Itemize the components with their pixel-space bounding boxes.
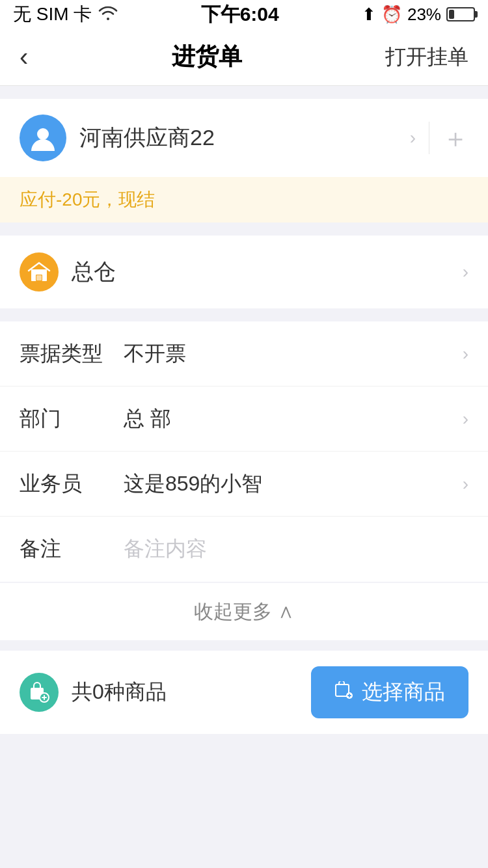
invoice-type-row[interactable]: 票据类型 不开票 › — [0, 321, 488, 387]
top-divider — [0, 86, 488, 99]
status-bar: 无 SIM 卡 下午6:04 ⬆ ⏰ 23% — [0, 0, 488, 29]
alert-banner: 应付-20元，现结 — [0, 177, 488, 223]
product-count: 共0种商品 — [72, 678, 298, 707]
status-left: 无 SIM 卡 — [13, 2, 118, 27]
svg-point-0 — [37, 128, 49, 140]
warehouse-row[interactable]: 总仓 › — [0, 236, 488, 308]
invoice-type-label: 票据类型 — [20, 340, 124, 368]
remark-label: 备注 — [20, 535, 124, 563]
supplier-card: 河南供应商22 › ＋ 应付-20元，现结 — [0, 99, 488, 223]
department-row[interactable]: 部门 总 部 › — [0, 387, 488, 452]
alert-text: 应付-20元，现结 — [20, 189, 155, 210]
select-product-icon — [334, 681, 354, 704]
supplier-row[interactable]: 河南供应商22 › ＋ — [0, 99, 488, 177]
warehouse-name: 总仓 — [72, 257, 463, 287]
open-pending-button[interactable]: 打开挂单 — [385, 43, 468, 72]
salesperson-row[interactable]: 业务员 这是859的小智 › — [0, 452, 488, 517]
location-icon: ⬆ — [362, 5, 376, 25]
warehouse-chevron-icon: › — [463, 262, 468, 282]
avatar — [20, 115, 66, 161]
salesperson-label: 业务员 — [20, 470, 124, 498]
wifi-icon — [98, 4, 118, 25]
select-product-label: 选择商品 — [362, 678, 445, 707]
back-button[interactable]: ‹ — [20, 42, 28, 72]
invoice-type-chevron-icon: › — [463, 344, 468, 364]
supplier-chevron-icon: › — [410, 128, 416, 148]
page-title: 进货单 — [172, 41, 242, 73]
salesperson-value: 这是859的小智 — [124, 470, 463, 498]
supplier-name: 河南供应商22 — [79, 123, 410, 153]
select-product-button[interactable]: 选择商品 — [311, 666, 468, 718]
remark-row[interactable]: 备注 备注内容 — [0, 517, 488, 582]
product-icon — [20, 673, 59, 712]
collapse-bar: 收起更多 ∧ — [0, 583, 488, 640]
carrier-text: 无 SIM 卡 — [13, 2, 92, 27]
warehouse-icon — [20, 252, 59, 292]
department-chevron-icon: › — [463, 409, 468, 429]
nav-bar: ‹ 进货单 打开挂单 — [0, 29, 488, 86]
add-button[interactable]: ＋ — [442, 120, 468, 156]
department-label: 部门 — [20, 405, 124, 433]
svg-rect-3 — [36, 275, 42, 280]
divider — [429, 122, 429, 154]
collapse-button[interactable]: 收起更多 ∧ — [194, 599, 293, 625]
battery-icon — [446, 7, 475, 21]
form-card: 票据类型 不开票 › 部门 总 部 › 业务员 这是859的小智 › 备注 备注… — [0, 321, 488, 582]
alarm-icon: ⏰ — [381, 5, 402, 25]
battery-text: 23% — [407, 5, 441, 25]
department-value: 总 部 — [124, 405, 463, 433]
warehouse-card[interactable]: 总仓 › — [0, 236, 488, 308]
invoice-type-value: 不开票 — [124, 340, 463, 368]
divider-2 — [0, 223, 488, 236]
status-right: ⬆ ⏰ 23% — [362, 5, 475, 25]
remark-input[interactable]: 备注内容 — [124, 535, 468, 563]
product-bar: 共0种商品 选择商品 — [0, 651, 488, 734]
divider-3 — [0, 308, 488, 321]
salesperson-chevron-icon: › — [463, 474, 468, 495]
status-time: 下午6:04 — [201, 1, 279, 28]
